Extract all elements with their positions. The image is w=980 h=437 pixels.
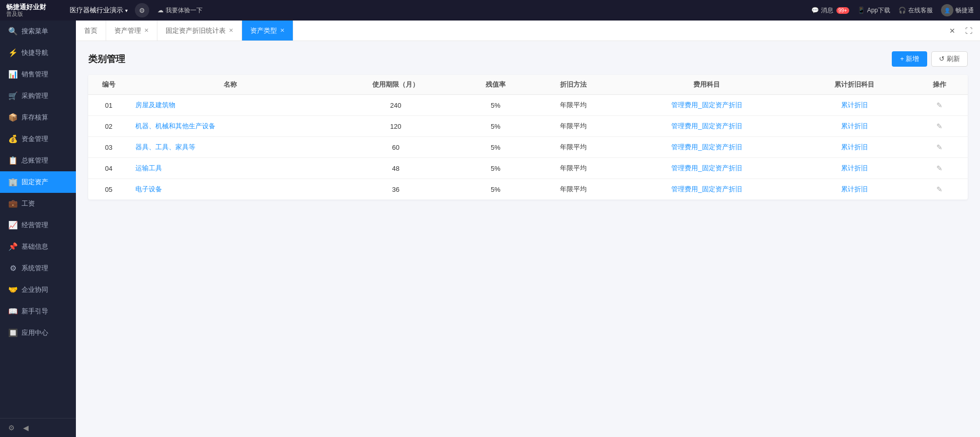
cell-expense[interactable]: 管理费用_固定资产折旧 — [616, 137, 797, 158]
cell-name[interactable]: 房屋及建筑物 — [129, 95, 331, 116]
sidebar-item-fund[interactable]: 💰 资金管理 — [0, 128, 76, 150]
settings-icon[interactable]: ⚙ — [135, 3, 149, 17]
close-asset-mgmt-tab[interactable]: ✕ — [144, 28, 149, 33]
cell-action[interactable]: ✎ — [912, 179, 968, 200]
cell-code: 01 — [88, 95, 129, 116]
sidebar-item-guide[interactable]: 📖 新手引导 — [0, 301, 76, 322]
cell-name[interactable]: 电子设备 — [129, 179, 331, 200]
sidebar-item-collab[interactable]: 🤝 企业协同 — [0, 279, 76, 301]
tab-home[interactable]: 首页 — [76, 21, 106, 41]
cell-expense[interactable]: 管理费用_固定资产折旧 — [616, 116, 797, 137]
cloud-icon: ☁ — [157, 7, 164, 14]
sidebar-item-sales[interactable]: 📊 销售管理 — [0, 64, 76, 85]
edit-icon[interactable]: ✎ — [936, 143, 943, 151]
refresh-button[interactable]: ↺ 刷新 — [931, 51, 968, 67]
edit-icon[interactable]: ✎ — [936, 122, 943, 130]
cell-action[interactable]: ✎ — [912, 137, 968, 158]
table-row: 04 运输工具 48 5% 年限平均 管理费用_固定资产折旧 累计折旧 ✎ — [88, 158, 968, 179]
module-selector[interactable]: 医疗器械行业演示 ▾ — [66, 4, 132, 17]
tab-asset-type[interactable]: 资产类型 ✕ — [242, 21, 293, 41]
cell-method: 年限平均 — [531, 116, 616, 137]
table-wrapper: 编号 名称 使用期限（月） 残值率 折旧方法 费用科目 累计折旧科目 操作 01… — [88, 75, 968, 200]
tab-asset-mgmt[interactable]: 资产管理 ✕ — [106, 21, 157, 41]
cell-action[interactable]: ✎ — [912, 158, 968, 179]
sales-icon: 📊 — [8, 70, 17, 79]
salary-icon: 💼 — [8, 199, 17, 208]
sidebar-item-fixed-asset[interactable]: 🏢 固定资产 — [0, 171, 76, 193]
cell-code: 05 — [88, 179, 129, 200]
experience-button[interactable]: ☁ 我要体验一下 — [157, 6, 203, 15]
message-button[interactable]: 💬 消息 99 — [811, 6, 849, 15]
edit-icon[interactable]: ✎ — [936, 185, 943, 193]
close-tab-button[interactable]: ✕ — [945, 24, 959, 38]
cell-expense[interactable]: 管理费用_固定资产折旧 — [616, 158, 797, 179]
cell-accumulated[interactable]: 累计折旧 — [797, 137, 911, 158]
sidebar-item-system[interactable]: ⚙ 系统管理 — [0, 257, 76, 279]
cell-accumulated[interactable]: 累计折旧 — [797, 95, 911, 116]
sidebar-item-inventory[interactable]: 📦 库存核算 — [0, 107, 76, 128]
fund-icon: 💰 — [8, 134, 17, 144]
col-expense: 费用科目 — [616, 75, 797, 95]
table-row: 01 房屋及建筑物 240 5% 年限平均 管理费用_固定资产折旧 累计折旧 ✎ — [88, 95, 968, 116]
cell-code: 04 — [88, 158, 129, 179]
system-icon: ⚙ — [8, 264, 17, 273]
cell-action[interactable]: ✎ — [912, 116, 968, 137]
new-button[interactable]: + 新增 — [892, 51, 927, 67]
sidebar-collapse-button[interactable]: ◀ — [23, 424, 29, 432]
close-depreciation-tab[interactable]: ✕ — [229, 28, 233, 33]
message-icon: 💬 — [811, 7, 819, 14]
table-row: 02 机器、机械和其他生产设备 120 5% 年限平均 管理费用_固定资产折旧 … — [88, 116, 968, 137]
page-actions: + 新增 ↺ 刷新 — [892, 51, 968, 67]
sidebar-item-business[interactable]: 📈 经营管理 — [0, 214, 76, 236]
table-row: 05 电子设备 36 5% 年限平均 管理费用_固定资产折旧 累计折旧 ✎ — [88, 179, 968, 200]
cell-accumulated[interactable]: 累计折旧 — [797, 179, 911, 200]
cell-accumulated[interactable]: 累计折旧 — [797, 158, 911, 179]
sidebar-item-quick-nav[interactable]: ⚡ 快捷导航 — [0, 42, 76, 64]
cell-residual: 5% — [460, 116, 531, 137]
sidebar-item-basic-info[interactable]: 📌 基础信息 — [0, 236, 76, 257]
cell-accumulated[interactable]: 累计折旧 — [797, 116, 911, 137]
cell-residual: 5% — [460, 95, 531, 116]
sidebar-item-search[interactable]: 🔍 搜索菜单 — [0, 21, 76, 42]
customer-service-button[interactable]: 🎧 在线客服 — [898, 6, 933, 15]
table-row: 03 器具、工具、家具等 60 5% 年限平均 管理费用_固定资产折旧 累计折旧… — [88, 137, 968, 158]
app-download-button[interactable]: 📱 App下载 — [857, 6, 890, 15]
cell-expense[interactable]: 管理费用_固定资产折旧 — [616, 179, 797, 200]
sidebar-settings-button[interactable]: ⚙ — [8, 424, 15, 432]
sidebar-bottom: ⚙ ◀ — [0, 418, 76, 437]
guide-icon: 📖 — [8, 307, 17, 316]
tab-actions: ✕ ⛶ — [945, 24, 980, 38]
cell-expense[interactable]: 管理费用_固定资产折旧 — [616, 95, 797, 116]
sidebar-item-purchase[interactable]: 🛒 采购管理 — [0, 85, 76, 107]
sidebar-item-ledger[interactable]: 📋 总账管理 — [0, 150, 76, 171]
cell-action[interactable]: ✎ — [912, 95, 968, 116]
cell-period: 240 — [331, 95, 461, 116]
cell-period: 120 — [331, 116, 461, 137]
main-layout: 🔍 搜索菜单 ⚡ 快捷导航 📊 销售管理 🛒 采购管理 📦 库存核算 💰 资金管… — [0, 21, 980, 437]
sidebar-item-salary[interactable]: 💼 工资 — [0, 193, 76, 214]
tabbar: 首页 资产管理 ✕ 固定资产折旧统计表 ✕ 资产类型 ✕ ✕ ⛶ — [76, 21, 980, 41]
page-content: 类别管理 + 新增 ↺ 刷新 编号 名称 使用期限（月） 残值率 折旧方法 — [76, 41, 980, 437]
headset-icon: 🎧 — [898, 7, 906, 14]
avatar: 👤 — [941, 4, 953, 16]
mobile-icon: 📱 — [857, 7, 865, 14]
cell-name[interactable]: 运输工具 — [129, 158, 331, 179]
cell-code: 03 — [88, 137, 129, 158]
cell-period: 48 — [331, 158, 461, 179]
cell-name[interactable]: 器具、工具、家具等 — [129, 137, 331, 158]
tab-depreciation[interactable]: 固定资产折旧统计表 ✕ — [157, 21, 242, 41]
cell-method: 年限平均 — [531, 95, 616, 116]
sidebar-item-app-center[interactable]: 🔲 应用中心 — [0, 322, 76, 344]
edit-icon[interactable]: ✎ — [936, 101, 943, 109]
cell-method: 年限平均 — [531, 137, 616, 158]
cell-name[interactable]: 机器、机械和其他生产设备 — [129, 116, 331, 137]
edit-icon[interactable]: ✎ — [936, 164, 943, 172]
topbar: 畅捷通好业财 普及版 医疗器械行业演示 ▾ ⚙ ☁ 我要体验一下 💬 消息 99… — [0, 0, 980, 21]
cell-residual: 5% — [460, 179, 531, 200]
page-header: 类别管理 + 新增 ↺ 刷新 — [88, 51, 968, 67]
user-profile-button[interactable]: 👤 畅捷通 — [941, 4, 974, 16]
expand-tab-button[interactable]: ⛶ — [962, 24, 976, 38]
category-table: 编号 名称 使用期限（月） 残值率 折旧方法 费用科目 累计折旧科目 操作 01… — [88, 75, 968, 200]
close-asset-type-tab[interactable]: ✕ — [280, 28, 285, 33]
col-method: 折旧方法 — [531, 75, 616, 95]
